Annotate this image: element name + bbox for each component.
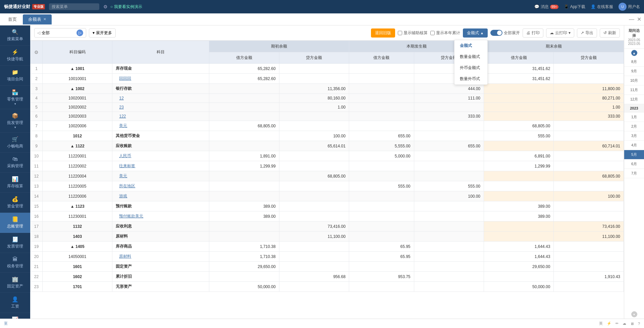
checkbox-aux-input[interactable] — [398, 31, 402, 35]
sidebar-item-search[interactable]: 🔍 搜索菜单 — [0, 25, 30, 46]
period-2022-12[interactable]: 12月 — [624, 95, 644, 104]
sidebar-item-inventory[interactable]: 📊 库存核算 — [0, 173, 30, 193]
period-up-btn[interactable]: ▲ — [631, 50, 637, 56]
account-link[interactable]: 美元 — [119, 123, 127, 128]
period-2022-10[interactable]: 10月 — [624, 76, 644, 85]
status-monitor-icon[interactable]: 🖥 — [630, 322, 634, 326]
print-label: 打印 — [532, 30, 540, 36]
sidebar-item-ecommerce[interactable]: 🛒 小畅电商 — [0, 133, 30, 153]
filter-input[interactable] — [42, 30, 75, 35]
th-benfasd-deb: 借方金额 — [349, 52, 414, 64]
top-search-input[interactable] — [49, 3, 99, 10]
mode-btn[interactable]: 金额式 ▲ — [463, 28, 488, 38]
status-edit-icon[interactable]: ✏ — [615, 321, 619, 326]
export-btn[interactable]: ↗ 导出 — [577, 28, 597, 38]
period-2023-year[interactable]: 2023 — [624, 104, 644, 113]
period-2022-09[interactable]: 9月 — [624, 67, 644, 76]
checkbox-year[interactable]: 显示本年累计 — [430, 30, 460, 36]
sidebar-item-capital[interactable]: 💰 资金管理 — [0, 193, 30, 213]
cell-qichu-deb — [209, 103, 279, 112]
sidebar-item-retail[interactable]: 🏪 零售管理 ▾ — [0, 86, 30, 109]
search-box: ◁ ▷ — [34, 28, 86, 38]
cell-benfasd-deb — [349, 171, 414, 181]
app-download-btn[interactable]: 📱 App下载 — [564, 4, 585, 10]
sidebar-item-project[interactable]: 📁 项目合同 — [0, 66, 30, 86]
account-link[interactable]: 23 — [119, 105, 123, 110]
cell-qichu-deb — [209, 191, 279, 201]
cell-qichu-deb — [209, 232, 279, 242]
toggle-track[interactable] — [490, 30, 502, 36]
cell-benfasd-deb: 555.00 — [349, 181, 414, 191]
cell-qimo-deb — [484, 103, 553, 112]
sidebar-item-bizmanage[interactable]: 📈 经营管理 — [0, 313, 30, 319]
demo-link[interactable]: ○ 我要看实例演示 — [110, 4, 142, 10]
search-left-arrow[interactable]: ◁ — [37, 30, 40, 35]
status-help-icon[interactable]: ? — [638, 322, 640, 326]
refresh-btn[interactable]: ↺ 刷新 — [600, 28, 620, 38]
cell-qimo-deb — [484, 221, 553, 232]
sidebar-item-accounting[interactable]: 📒 总账管理 — [0, 213, 30, 233]
account-link[interactable]: 回回回 — [119, 76, 131, 81]
tab-yue[interactable]: 余额表 ✕ — [23, 14, 52, 24]
refresh-label: 刷新 — [608, 30, 616, 36]
sidebar-item-assets[interactable]: 🏢 固定资产 — [0, 273, 30, 293]
cloud-print-btn[interactable]: ☁ 云打印 ▾ — [546, 28, 574, 38]
sidebar-item-purchase[interactable]: 🛍 采购管理 — [0, 153, 30, 173]
account-link[interactable]: 12 — [119, 96, 123, 101]
user-avatar-btn[interactable]: U 用户名 — [619, 3, 640, 11]
print-icon: 🖨 — [526, 30, 530, 35]
sidebar-label-accounting: 总账管理 — [2, 223, 28, 229]
sidebar-item-invoice[interactable]: 🧾 发票管理 — [0, 233, 30, 253]
cell-qimo-cre: 80,271.00 — [554, 94, 624, 103]
sidebar-item-wholesale[interactable]: 📦 批发管理 ▾ — [0, 109, 30, 133]
tab-minimize-btn[interactable]: — — [629, 16, 634, 22]
period-down-btn[interactable]: ▾ — [631, 311, 637, 317]
tab-close-btn[interactable]: ✕ — [637, 16, 641, 22]
checkbox-year-input[interactable] — [430, 31, 435, 35]
search-nav-btn[interactable]: ▷ — [76, 29, 83, 36]
period-2023-06[interactable]: 6月 — [624, 159, 644, 169]
account-link[interactable]: 预付账款美元 — [119, 214, 143, 218]
settings-icon[interactable]: ⚙ — [103, 4, 108, 9]
print-btn[interactable]: 🖨 打印 — [523, 28, 543, 38]
account-link[interactable]: 原材料 — [119, 254, 131, 259]
account-link[interactable]: 往来标签 — [119, 163, 135, 168]
th-qimo-deb: 借方金额 — [484, 52, 553, 64]
cell-qimo-cre: 60,714.01 — [554, 141, 624, 151]
status-cloud-icon[interactable]: ☁ — [623, 321, 626, 326]
online-service-btn[interactable]: 👤 在线客服 — [591, 4, 613, 10]
dropdown-item-waibi[interactable]: 外币金额式 — [454, 62, 487, 73]
account-link[interactable]: 122 — [119, 114, 126, 119]
period-2023-05[interactable]: 5月 — [624, 150, 644, 159]
period-2023-02[interactable]: 2月 — [624, 122, 644, 131]
sidebar-item-quicknav[interactable]: ⚡ 快捷导航 — [0, 46, 30, 66]
period-2023-01[interactable]: 1月 — [624, 113, 644, 122]
account-link[interactable]: 游戏 — [119, 194, 127, 198]
account-link[interactable]: 所在地区 — [119, 184, 135, 188]
status-bolt-icon[interactable]: ⚡ — [607, 321, 611, 326]
sidebar-item-salary[interactable]: 👤 工资 — [0, 293, 30, 313]
status-lang[interactable]: 英 — [599, 321, 603, 326]
cell-qichu-cre — [279, 282, 349, 292]
cell-qichu-deb: 50,000.00 — [209, 282, 279, 292]
dropdown-item-shuliangwaibi[interactable]: 数量外币式 — [454, 73, 487, 84]
period-2022-11[interactable]: 11月 — [624, 85, 644, 95]
checkbox-aux[interactable]: 显示辅助核算 — [398, 30, 428, 36]
account-link[interactable]: 美元 — [119, 174, 127, 178]
period-2023-03[interactable]: 3月 — [624, 131, 644, 141]
period-2023-04[interactable]: 4月 — [624, 141, 644, 150]
account-link[interactable]: 人民币 — [119, 153, 131, 158]
period-2022-08[interactable]: 8月 — [624, 57, 644, 67]
return-old-btn[interactable]: 退回旧版 — [371, 28, 395, 38]
message-btn[interactable]: 💬 消息 99+ — [534, 4, 558, 10]
tab-home[interactable]: 首页 — [3, 14, 22, 24]
dropdown-item-jine[interactable]: 金额式 — [454, 40, 487, 51]
cell-no: 20 — [31, 252, 43, 262]
tab-close-icon[interactable]: ✕ — [43, 17, 46, 21]
table-settings-icon[interactable]: ⚙ — [34, 50, 39, 55]
sidebar-item-tax[interactable]: 🏛 税务管理 — [0, 253, 30, 273]
dropdown-item-shuliang[interactable]: 数量金额式 — [454, 51, 487, 62]
period-2023-07[interactable]: 7月 — [624, 169, 644, 178]
expand-btn[interactable]: ▾ 展开更多 — [89, 28, 116, 38]
avatar: U — [619, 3, 627, 11]
